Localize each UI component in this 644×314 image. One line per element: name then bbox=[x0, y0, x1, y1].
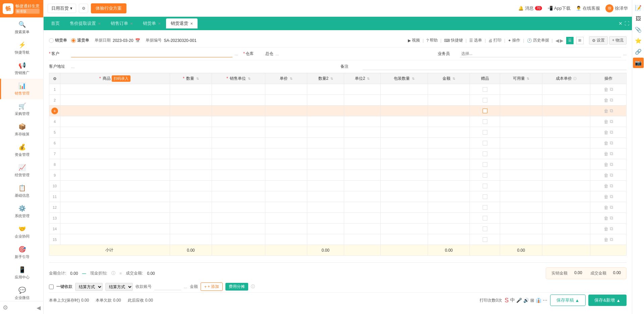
sidebar-item-sales[interactable]: 📊 销售管理 bbox=[0, 79, 43, 99]
qty-cell-2[interactable] bbox=[170, 95, 212, 106]
copy-icon-8[interactable]: ⧉ bbox=[610, 162, 613, 167]
delete-icon-10[interactable]: 🗑 bbox=[604, 183, 608, 189]
qty-cell-10[interactable] bbox=[170, 181, 212, 191]
price-cell-10[interactable] bbox=[265, 181, 307, 191]
qty-cell-11[interactable] bbox=[170, 191, 212, 202]
logistics-button[interactable]: + 物流 bbox=[609, 36, 627, 45]
copy-icon-14[interactable]: ⧉ bbox=[610, 226, 613, 232]
close-window-icon[interactable]: ✕ bbox=[619, 21, 623, 26]
amount-cell-14[interactable] bbox=[428, 224, 470, 234]
avail-cell-12[interactable] bbox=[500, 202, 542, 213]
unit2-cell-6[interactable] bbox=[344, 138, 381, 148]
amount-sort-icon[interactable]: ⇅ bbox=[452, 77, 455, 80]
price-cell-8[interactable] bbox=[265, 159, 307, 170]
cost-cell-11[interactable] bbox=[542, 191, 590, 202]
account-input[interactable] bbox=[154, 283, 181, 290]
gift-checkbox-14[interactable] bbox=[483, 227, 487, 231]
copy-icon-3[interactable]: ⧉ bbox=[610, 108, 613, 114]
cost-cell-9[interactable] bbox=[542, 170, 590, 181]
product-cell-9[interactable] bbox=[60, 170, 170, 181]
price-cell-6[interactable] bbox=[265, 138, 307, 148]
copy-icon-10[interactable]: ⧉ bbox=[610, 183, 613, 189]
tab-close-sales-return[interactable]: ✕ bbox=[190, 22, 193, 25]
price-cell-3[interactable] bbox=[265, 106, 307, 116]
tab-sales-order[interactable]: 销售订单 ✕ bbox=[106, 18, 138, 28]
warehouse-dots[interactable]: ... bbox=[275, 52, 279, 56]
gift-cell-1[interactable] bbox=[470, 84, 500, 95]
th-settings[interactable]: ⚙ bbox=[49, 73, 60, 84]
amount-cell-11[interactable] bbox=[428, 191, 470, 202]
qty-cell-12[interactable] bbox=[170, 202, 212, 213]
delete-icon-11[interactable]: 🗑 bbox=[604, 194, 608, 199]
cost-cell-1[interactable] bbox=[542, 84, 590, 95]
cost-cell-4[interactable] bbox=[542, 116, 590, 127]
avail-cell-14[interactable] bbox=[500, 224, 542, 234]
qty2-cell-13[interactable] bbox=[307, 213, 344, 224]
maximize-icon[interactable]: ⛶ bbox=[625, 21, 629, 26]
gift-cell-4[interactable] bbox=[470, 116, 500, 127]
qty2-cell-1[interactable] bbox=[307, 84, 344, 95]
unit-cell-2[interactable] bbox=[212, 95, 265, 106]
product-cell-2[interactable] bbox=[60, 95, 170, 106]
price-sort-icon[interactable]: ⇅ bbox=[290, 77, 292, 80]
gift-cell-7[interactable] bbox=[470, 148, 500, 159]
delete-icon-13[interactable]: 🗑 bbox=[604, 215, 608, 221]
pack-cell-11[interactable] bbox=[381, 191, 428, 202]
copy-icon-4[interactable]: ⧉ bbox=[610, 119, 613, 124]
online-service-button[interactable]: 👨‍💼 在线客服 bbox=[576, 5, 600, 11]
delete-icon-8[interactable]: 🗑 bbox=[604, 162, 608, 167]
price-cell-2[interactable] bbox=[265, 95, 307, 106]
copy-icon-7[interactable]: ⧉ bbox=[610, 151, 613, 156]
unit-cell-8[interactable] bbox=[212, 159, 265, 170]
sales-radio[interactable]: 销货单 bbox=[49, 38, 67, 43]
price-cell-4[interactable] bbox=[265, 116, 307, 127]
product-cell-14[interactable] bbox=[60, 224, 170, 234]
gift-cell-8[interactable] bbox=[470, 159, 500, 170]
amount-cell-9[interactable] bbox=[428, 170, 470, 181]
copy-icon-15[interactable]: ⧉ bbox=[610, 237, 613, 242]
product-cell-1[interactable] bbox=[60, 84, 170, 95]
qty-cell-14[interactable] bbox=[170, 224, 212, 234]
product-cell-12[interactable] bbox=[60, 202, 170, 213]
price-cell-15[interactable] bbox=[265, 234, 307, 245]
collapse-icon[interactable]: ◀ bbox=[37, 305, 41, 311]
gift-cell-14[interactable] bbox=[470, 224, 500, 234]
gift-cell-13[interactable] bbox=[470, 213, 500, 224]
save-new-button[interactable]: 保存&新增 ▲ bbox=[588, 295, 627, 306]
cash-discount-info-icon[interactable]: ⓘ bbox=[111, 270, 115, 276]
cost-cell-13[interactable] bbox=[542, 213, 590, 224]
product-cell-15[interactable] bbox=[60, 234, 170, 245]
amount-cell-5[interactable] bbox=[428, 127, 470, 138]
cost-cell-12[interactable] bbox=[542, 202, 590, 213]
qty2-cell-9[interactable] bbox=[307, 170, 344, 181]
settings-button[interactable]: ⚙ 设置 bbox=[589, 36, 608, 45]
gift-checkbox-12[interactable] bbox=[483, 205, 487, 210]
amount-cell-2[interactable] bbox=[428, 95, 470, 106]
sidebar-item-apps[interactable]: 📱 应用中心 bbox=[0, 263, 43, 283]
qty-cell-4[interactable] bbox=[170, 116, 212, 127]
sidebar-item-marketing[interactable]: 📢 营销推广 bbox=[0, 58, 43, 79]
cost-cell-15[interactable] bbox=[542, 234, 590, 245]
topbar-settings-button[interactable]: ⚙ bbox=[79, 4, 88, 13]
unit-cell-15[interactable] bbox=[212, 234, 265, 245]
avail-cell-10[interactable] bbox=[500, 181, 542, 191]
copy-icon-1[interactable]: ⧉ bbox=[610, 86, 613, 92]
account-dots[interactable]: ... bbox=[184, 285, 187, 289]
delete-icon-6[interactable]: 🗑 bbox=[604, 140, 608, 146]
unit2-cell-15[interactable] bbox=[344, 234, 381, 245]
right-panel-camera[interactable]: 📷 bbox=[633, 58, 644, 68]
gift-cell-9[interactable] bbox=[470, 170, 500, 181]
company-dropdown[interactable]: 日用百货 ▾ bbox=[48, 4, 76, 13]
right-panel-link[interactable]: 🔗 bbox=[633, 47, 644, 57]
pack-cell-13[interactable] bbox=[381, 213, 428, 224]
qty2-cell-6[interactable] bbox=[307, 138, 344, 148]
unit2-cell-9[interactable] bbox=[344, 170, 381, 181]
unit2-cell-11[interactable] bbox=[344, 191, 381, 202]
list-view-btn[interactable]: ☰ bbox=[566, 37, 574, 44]
pack-cell-12[interactable] bbox=[381, 202, 428, 213]
sidebar-item-purchase[interactable]: 🛒 采购管理 bbox=[0, 99, 43, 120]
fee-split-info-icon[interactable]: ⓘ bbox=[251, 284, 255, 290]
cost-cell-14[interactable] bbox=[542, 224, 590, 234]
product-cell-11[interactable] bbox=[60, 191, 170, 202]
price-cell-11[interactable] bbox=[265, 191, 307, 202]
